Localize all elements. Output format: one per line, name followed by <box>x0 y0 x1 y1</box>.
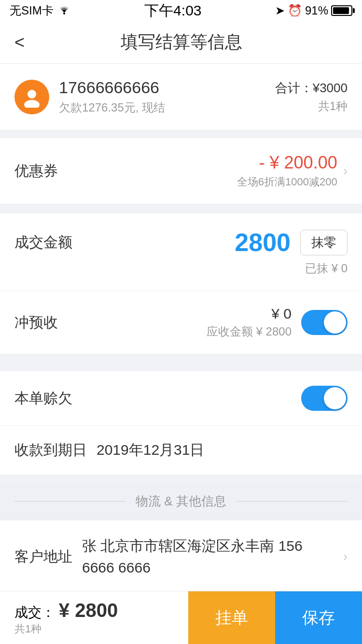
amount-value: 2800 <box>235 228 291 257</box>
bottom-trans-count: 共1种 <box>14 622 174 636</box>
section-divider-1 <box>0 204 362 213</box>
alarm-icon: ⏰ <box>288 4 302 17</box>
svg-point-2 <box>24 100 40 108</box>
logistics-line-left <box>14 501 126 502</box>
prepay-row: 冲预收 ¥ 0 应收金额 ¥ 2800 <box>14 306 348 339</box>
customer-card: 17666666666 欠款1276.35元, 现结 合计：¥3000 共1种 <box>0 64 362 130</box>
prepay-toggle[interactable] <box>301 310 348 335</box>
duedate-label: 收款到期日 <box>14 440 87 460</box>
bottom-bar: 成交： ¥ 2800 共1种 挂单 保存 <box>0 591 362 644</box>
svg-point-1 <box>28 90 36 98</box>
save-button[interactable]: 保存 <box>275 591 362 644</box>
address-chevron-right-icon: › <box>343 549 348 564</box>
amount-section: 成交金额 2800 抹零 已抹 ¥ 0 <box>0 213 362 291</box>
logistics-line-right <box>236 501 348 502</box>
credit-toggle[interactable] <box>301 386 348 411</box>
prepay-sub: 应收金额 ¥ 2800 <box>207 324 292 339</box>
total-label: 合计：¥3000 <box>275 80 348 97</box>
total-count: 共1种 <box>275 98 348 114</box>
logistics-title: 物流 & 其他信息 <box>126 493 236 510</box>
credit-toggle-knob <box>324 387 346 409</box>
status-right: ➤ ⏰ 91% <box>275 4 352 17</box>
prepay-value: ¥ 0 <box>207 306 292 322</box>
amount-label: 成交金额 <box>14 233 72 252</box>
logistics-header: 物流 & 其他信息 <box>0 482 362 520</box>
avatar <box>14 80 49 114</box>
coupon-discount: - ¥ 200.00 全场6折满1000减200 <box>237 153 337 189</box>
prepay-right: ¥ 0 应收金额 ¥ 2800 <box>207 306 348 339</box>
coupon-amount: - ¥ 200.00 <box>237 153 337 173</box>
coupon-label: 优惠券 <box>14 161 58 181</box>
prepay-label: 冲预收 <box>14 313 58 333</box>
avatar-person-icon <box>21 86 42 108</box>
customer-debt: 欠款1276.35元, 现结 <box>59 100 165 115</box>
address-section[interactable]: 客户地址 张 北京市市辖区海淀区永丰南 156 6666 6666 › <box>0 520 362 593</box>
coupon-right: - ¥ 200.00 全场6折满1000减200 › <box>237 153 348 189</box>
address-label: 客户地址 <box>14 547 72 567</box>
battery-percent: 91% <box>305 4 328 17</box>
amount-right: 2800 抹零 <box>235 228 348 257</box>
customer-info: 17666666666 欠款1276.35元, 现结 <box>59 78 165 115</box>
status-time: 下午4:03 <box>144 1 201 21</box>
duedate-value: 2019年12月31日 <box>97 440 204 460</box>
credit-section: 本单赊欠 <box>0 371 362 425</box>
status-left: 无SIM卡 <box>10 3 71 18</box>
amount-sub: 已抹 ¥ 0 <box>14 261 348 276</box>
page-title: 填写结算等信息 <box>34 30 328 54</box>
pending-button[interactable]: 挂单 <box>188 591 275 644</box>
chevron-right-icon: › <box>343 163 348 179</box>
credit-label: 本单赊欠 <box>14 389 72 408</box>
location-icon: ➤ <box>275 4 285 17</box>
customer-phone: 17666666666 <box>59 78 165 97</box>
amount-row: 成交金额 2800 抹零 <box>14 228 348 257</box>
coupon-row[interactable]: 优惠券 - ¥ 200.00 全场6折满1000减200 › <box>0 138 362 204</box>
back-button[interactable]: < <box>14 28 34 57</box>
coupon-desc: 全场6折满1000减200 <box>237 175 337 189</box>
bottom-trans-row: 成交： ¥ 2800 <box>14 600 174 622</box>
bottom-info: 成交： ¥ 2800 共1种 <box>0 600 188 636</box>
svg-point-0 <box>63 13 65 14</box>
nav-bar: < 填写结算等信息 <box>0 21 362 64</box>
status-bar: 无SIM卡 下午4:03 ➤ ⏰ 91% <box>0 0 362 21</box>
carrier-text: 无SIM卡 <box>10 3 54 18</box>
duedate-section: 收款到期日 2019年12月31日 <box>0 425 362 475</box>
address-value: 张 北京市市辖区海淀区永丰南 156 6666 6666 <box>82 535 334 578</box>
bottom-trans-label: 成交： <box>14 605 55 620</box>
prepay-section: 冲预收 ¥ 0 应收金额 ¥ 2800 <box>0 291 362 354</box>
customer-left: 17666666666 欠款1276.35元, 现结 <box>14 78 165 115</box>
content-area: 17666666666 欠款1276.35元, 现结 合计：¥3000 共1种 … <box>0 64 362 644</box>
bottom-trans-amount: ¥ 2800 <box>59 600 118 621</box>
prepay-amount: ¥ 0 应收金额 ¥ 2800 <box>207 306 292 339</box>
battery-icon <box>331 5 352 16</box>
wifi-icon <box>57 4 71 17</box>
toggle-knob <box>324 311 346 334</box>
customer-right: 合计：¥3000 共1种 <box>275 80 348 114</box>
round-button[interactable]: 抹零 <box>300 230 348 255</box>
section-divider-2 <box>0 354 362 364</box>
